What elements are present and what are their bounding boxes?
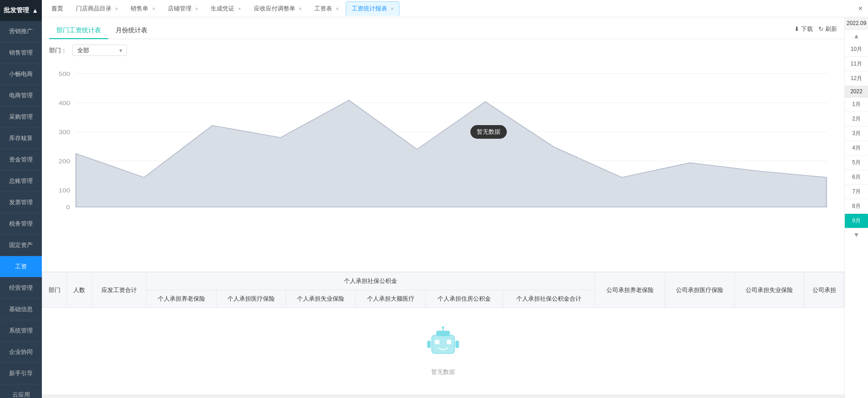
dept-filter-select[interactable]: 全部 bbox=[72, 45, 127, 56]
current-year-month-label: 2022.09 bbox=[845, 17, 868, 30]
tab-home[interactable]: 首页 bbox=[45, 1, 69, 16]
download-button[interactable]: ⬇ 下载 bbox=[794, 25, 813, 33]
month-dec[interactable]: 12月 bbox=[845, 71, 868, 86]
month-may[interactable]: 5月 bbox=[845, 156, 868, 170]
sidebar-item-cloud[interactable]: 云应用 bbox=[0, 384, 42, 398]
tab-label: 应收应付调整单 bbox=[254, 5, 295, 13]
tab-ar-ap-adjust[interactable]: 应收应付调整单 × bbox=[248, 1, 308, 16]
tab-close-icon[interactable]: × bbox=[238, 6, 241, 11]
sidebar-item-label: 企业协同 bbox=[9, 348, 33, 355]
chart-svg: 500 400 300 200 100 0 bbox=[53, 69, 833, 214]
svg-rect-20 bbox=[455, 341, 459, 348]
tab-dept-payroll-stats[interactable]: 部门工资统计表 bbox=[49, 23, 108, 39]
tab-payroll-report[interactable]: 工资统计报表 × bbox=[346, 1, 399, 16]
month-mar[interactable]: 3月 bbox=[845, 126, 868, 141]
tab-monthly-stats[interactable]: 月份统计表 bbox=[108, 23, 155, 39]
tab-close-icon[interactable]: × bbox=[115, 6, 118, 11]
month-jul[interactable]: 7月 bbox=[845, 185, 868, 199]
sidebar-item-payroll[interactable]: 工资 bbox=[0, 256, 42, 277]
no-data-text: 暂无数据 bbox=[431, 368, 455, 376]
tab-payroll[interactable]: 工资表 × bbox=[308, 1, 344, 16]
svg-text:400: 400 bbox=[59, 100, 71, 106]
inner-tabs: 部门工资统计表 月份统计表 bbox=[49, 23, 155, 39]
sidebar-item-basic-info[interactable]: 基础信息 bbox=[0, 299, 42, 320]
svg-text:500: 500 bbox=[59, 71, 71, 77]
tab-close-icon[interactable]: × bbox=[391, 6, 394, 11]
svg-text:300: 300 bbox=[59, 129, 71, 136]
tab-close-icon[interactable]: × bbox=[152, 6, 155, 11]
year-2022-label: 2022 bbox=[845, 86, 868, 97]
sidebar-item-label: 总账管理 bbox=[9, 177, 33, 184]
month-jun[interactable]: 6月 bbox=[845, 170, 868, 185]
sidebar-item-enterprise[interactable]: 企业协同 bbox=[0, 342, 42, 363]
month-sep[interactable]: 9月 bbox=[845, 214, 868, 228]
tab-sales-order[interactable]: 销售单 × bbox=[125, 1, 161, 16]
svg-marker-12 bbox=[76, 100, 827, 207]
svg-text:0: 0 bbox=[66, 204, 71, 211]
sidebar-item-label: 营销推广 bbox=[9, 28, 33, 35]
col-header-company-unemployment: 公司承担失业保险 bbox=[735, 272, 804, 308]
tab-close-icon[interactable]: × bbox=[299, 6, 302, 11]
month-aug[interactable]: 8月 bbox=[845, 199, 868, 214]
month-feb[interactable]: 2月 bbox=[845, 112, 868, 126]
tab-store-mgmt[interactable]: 店铺管理 × bbox=[162, 1, 204, 16]
sidebar-item-finance[interactable]: 资金管理 bbox=[0, 149, 42, 171]
sidebar-item-ecommerce[interactable]: 电商管理 bbox=[0, 85, 42, 106]
refresh-icon: ↻ bbox=[818, 25, 823, 32]
col-header-personal-pension: 个人承担养老保险 bbox=[146, 290, 216, 308]
tab-label: 店铺管理 bbox=[168, 5, 192, 13]
sidebar-item-ledger[interactable]: 总账管理 bbox=[0, 171, 42, 192]
sidebar-item-operations[interactable]: 经营管理 bbox=[0, 277, 42, 299]
sidebar-item-label: 电商管理 bbox=[9, 92, 33, 99]
col-header-personal-total: 个人承担社保公积金合计 bbox=[503, 290, 595, 308]
year-month-picker: 2022.09 ▲ 10月 11月 12月 2022 1月 2月 3月 4月 bbox=[844, 17, 868, 398]
sidebar-item-sales[interactable]: 销售管理 bbox=[0, 42, 42, 64]
table-area: 部门 人数 应发工资合计 个人承担社保公积金 bbox=[42, 272, 844, 398]
tab-store-catalog[interactable]: 门店商品目录 × bbox=[70, 1, 124, 16]
tab-close-icon[interactable]: × bbox=[336, 6, 338, 11]
month-jan[interactable]: 1月 bbox=[845, 97, 868, 112]
close-all-tabs-button[interactable]: × bbox=[858, 5, 863, 13]
sidebar-header[interactable]: 批发管理 ▲ bbox=[0, 0, 42, 21]
tab-label: 销售单 bbox=[131, 5, 148, 13]
month-oct[interactable]: 10月 bbox=[845, 42, 868, 57]
col-header-company-pension: 公司承担养老保险 bbox=[595, 272, 665, 308]
tab-bar-end: × bbox=[858, 5, 864, 13]
sidebar-item-tax[interactable]: 税务管理 bbox=[0, 213, 42, 235]
dept-filter-label: 部门： bbox=[49, 46, 67, 55]
sidebar-item-label: 库存核算 bbox=[9, 135, 33, 141]
download-icon: ⬇ bbox=[794, 25, 799, 32]
sidebar-item-label: 采购管理 bbox=[9, 113, 33, 120]
sidebar-item-assets[interactable]: 固定资产 bbox=[0, 235, 42, 256]
month-apr[interactable]: 4月 bbox=[845, 141, 868, 156]
refresh-button[interactable]: ↻ 刷新 bbox=[818, 25, 837, 33]
svg-rect-19 bbox=[427, 341, 431, 348]
tab-label: 生成凭证 bbox=[211, 5, 234, 13]
col-group-personal-social: 个人承担社保公积金 bbox=[146, 272, 595, 290]
sidebar-item-invoice[interactable]: 发票管理 bbox=[0, 192, 42, 213]
table-scrollbar[interactable] bbox=[42, 394, 844, 398]
sidebar-item-system[interactable]: 系统管理 bbox=[0, 320, 42, 342]
sidebar-item-label: 固定资产 bbox=[9, 242, 33, 248]
tab-generate-voucher[interactable]: 生成凭证 × bbox=[205, 1, 247, 16]
month-nov[interactable]: 11月 bbox=[845, 57, 868, 71]
inner-area: 部门工资统计表 月份统计表 ⬇ 下载 ↻ 刷新 bbox=[42, 17, 844, 398]
dept-filter-wrapper: 全部 ▼ bbox=[72, 45, 127, 56]
picker-down-nav[interactable]: ▼ bbox=[845, 228, 868, 241]
svg-rect-13 bbox=[432, 335, 454, 353]
sidebar-item-ecommerce-small[interactable]: 小畅电商 bbox=[0, 64, 42, 85]
no-data-icon bbox=[425, 326, 461, 363]
main-area: 首页 门店商品目录 × 销售单 × 店铺管理 × 生成凭证 × 应收应付调整单 … bbox=[42, 0, 868, 398]
sidebar-item-marketing[interactable]: 营销推广 bbox=[0, 21, 42, 42]
col-header-personal-medical: 个人承担医疗保险 bbox=[216, 290, 286, 308]
svg-point-16 bbox=[442, 327, 444, 329]
sidebar-item-label: 经营管理 bbox=[9, 284, 33, 291]
sidebar-item-label: 资金管理 bbox=[9, 156, 33, 163]
tab-close-icon[interactable]: × bbox=[195, 6, 198, 11]
sidebar-item-guide[interactable]: 新手引导 bbox=[0, 363, 42, 384]
sidebar-item-inventory[interactable]: 库存核算 bbox=[0, 128, 42, 149]
sidebar-item-purchase[interactable]: 采购管理 bbox=[0, 106, 42, 128]
svg-rect-17 bbox=[435, 340, 439, 344]
picker-up-nav[interactable]: ▲ bbox=[845, 30, 868, 42]
sidebar: 批发管理 ▲ 营销推广 销售管理 小畅电商 电商管理 采购管理 库存核算 资金管… bbox=[0, 0, 42, 398]
